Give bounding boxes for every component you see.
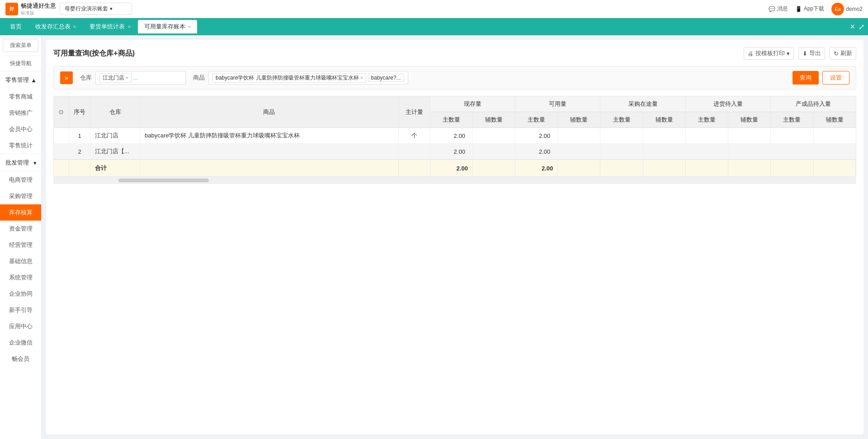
print-button[interactable]: 🖨 按模板打印 ▾ (744, 47, 794, 60)
product-filter: 商品 babycare学饮杯 儿童防摔防撞吸管杯重力球吸嘴杯宝宝水杯 × bab… (193, 71, 408, 85)
filter-expand-button[interactable]: » (60, 71, 73, 84)
th-current-sub: 辅数量 (472, 112, 515, 128)
cell-current-sub-2 (472, 144, 515, 160)
sidebar-item-basic[interactable]: 基础信息 (0, 253, 41, 269)
cell-gear-1 (54, 128, 69, 144)
sidebar-item-retail-stats[interactable]: 零售统计 (0, 137, 41, 154)
page-title: 可用量查询(按仓库+商品) (53, 49, 135, 58)
table-row: 1 江北门店 babycare学饮杯 儿童防摔防撞吸管杯重力球吸嘴杯宝宝水杯 个… (54, 128, 856, 144)
filter-area: » 仓库 江北门店 × ... 商品 babycare (53, 66, 856, 90)
tab-available[interactable]: 可用量库存账本 × (138, 20, 197, 33)
warehouse-tag-close-0[interactable]: × (126, 76, 128, 80)
tab-close-order[interactable]: × (127, 24, 130, 29)
chevron-up-icon: ▲ (31, 77, 37, 84)
sidebar-item-member[interactable]: 畅会员 (0, 351, 41, 367)
sidebar-item-operations[interactable]: 经营管理 (0, 237, 41, 253)
footer-current-main: 2.00 (430, 160, 472, 176)
cell-pt-main-2 (600, 144, 643, 160)
footer-available-sub (558, 160, 600, 176)
sidebar-section-retail: 零售管理 ▲ 零售商城 营销推广 会员中心 零售统计 (0, 71, 41, 154)
th-pt-main: 主数量 (600, 112, 643, 128)
top-bar-right: 💬 消息 📱 App下载 Ea demo2 (769, 3, 863, 15)
page-header: 可用量查询(按仓库+商品) 🖨 按模板打印 ▾ ⬇ 导出 ↻ 刷新 (53, 47, 856, 60)
sidebar-item-retail-mall[interactable]: 零售商城 (0, 89, 41, 105)
app-download-button[interactable]: 📱 App下载 (795, 5, 824, 13)
th-prod-main: 主数量 (771, 112, 813, 128)
tab-receive[interactable]: 收发存汇总表 × (29, 20, 82, 33)
cell-available-main-1: 2.00 (515, 128, 558, 144)
footer-gear (54, 160, 69, 176)
page-container: 可用量查询(按仓库+商品) 🖨 按模板打印 ▾ ⬇ 导出 ↻ 刷新 (46, 40, 863, 434)
sidebar-item-marketing[interactable]: 营销推广 (0, 105, 41, 121)
horizontal-scrollbar[interactable] (53, 177, 856, 184)
footer-pt-main (600, 160, 643, 176)
cell-warehouse-1: 江北门店 (90, 128, 140, 144)
sidebar-section-retail-header[interactable]: 零售管理 ▲ (0, 71, 41, 89)
sidebar-item-wechat[interactable]: 企业微信 (0, 335, 41, 351)
top-bar-left: 好 畅捷通好生意 标准版 母婴行业演示账套 ▾ (5, 2, 132, 16)
store-selector[interactable]: 母婴行业演示账套 ▾ (60, 3, 132, 15)
sidebar-item-newbie[interactable]: 新手引导 (0, 302, 41, 318)
quick-nav-button[interactable]: 快捷导航 (0, 56, 41, 71)
table-footer-row: 合计 2.00 2.00 (54, 160, 856, 176)
sidebar-item-system[interactable]: 系统管理 (0, 269, 41, 286)
product-tag-input[interactable]: babycare学饮杯 儿童防摔防撞吸管杯重力球吸嘴杯宝宝水杯 × babyca… (208, 71, 408, 85)
close-all-tabs-button[interactable]: × (850, 22, 855, 32)
footer-product (140, 160, 399, 176)
th-pt-sub: 辅数量 (643, 112, 685, 128)
search-menu-button[interactable]: 搜索菜单 (3, 39, 38, 52)
warehouse-tag-input[interactable]: 江北门店 × ... (95, 71, 186, 85)
warehouse-more-btn[interactable]: ... (133, 75, 138, 81)
footer-no (69, 160, 90, 176)
footer-unit (398, 160, 430, 176)
tab-close-receive[interactable]: × (73, 24, 76, 29)
export-icon: ⬇ (802, 50, 807, 57)
cell-pp-main-2 (685, 144, 728, 160)
setting-button[interactable]: 设置 (822, 71, 849, 85)
cell-product-2 (140, 144, 399, 160)
sidebar-item-inventory[interactable]: 库存核算 (0, 204, 41, 221)
sidebar-item-app-center[interactable]: 应用中心 (0, 318, 41, 335)
th-available-sub: 辅数量 (558, 112, 600, 128)
chevron-down-icon: ▾ (110, 6, 113, 12)
query-button[interactable]: 查询 (793, 71, 819, 85)
th-purchase-pending: 进货待入量 (685, 96, 770, 112)
user-menu[interactable]: Ea demo2 (831, 3, 863, 15)
th-product: 商品 (140, 96, 399, 128)
sidebar-section-wholesale-header[interactable]: 批发管理 ▾ (0, 154, 41, 171)
sidebar-item-members[interactable]: 会员中心 (0, 121, 41, 137)
th-available: 可用量 (515, 96, 600, 112)
cell-pp-main-1 (685, 128, 728, 144)
sidebar-section-wholesale: 批发管理 ▾ (0, 154, 41, 172)
message-button[interactable]: 💬 消息 (769, 5, 788, 13)
sidebar-item-purchase[interactable]: 采购管理 (0, 188, 41, 204)
scroll-thumb[interactable] (118, 179, 209, 182)
tab-close-available[interactable]: × (188, 24, 191, 29)
logo-area: 好 畅捷通好生意 标准版 (5, 2, 56, 16)
sidebar-item-ecommerce[interactable]: 电商管理 (0, 172, 41, 188)
product-label: 商品 (193, 74, 205, 82)
store-name: 母婴行业演示账套 (65, 5, 108, 13)
chevron-down-icon-print: ▾ (787, 50, 790, 57)
sidebar-item-finance[interactable]: 资金管理 (0, 221, 41, 237)
th-pp-sub: 辅数量 (728, 112, 771, 128)
page-actions: 🖨 按模板打印 ▾ ⬇ 导出 ↻ 刷新 (744, 47, 856, 60)
refresh-button[interactable]: ↻ 刷新 (830, 47, 856, 60)
cell-pt-sub-2 (643, 144, 685, 160)
th-current-main: 主数量 (430, 112, 472, 128)
th-no: 序号 (69, 96, 90, 128)
product-tag-close-0[interactable]: × (360, 76, 363, 80)
product-tag-1: babycare?... (368, 74, 404, 82)
cell-prod-main-1 (771, 128, 813, 144)
tab-order[interactable]: 要货单统计表 × (83, 20, 137, 33)
cell-pt-main-1 (600, 128, 643, 144)
tab-home[interactable]: 首页 (4, 20, 28, 33)
filter-actions: 查询 设置 (793, 71, 849, 85)
export-button[interactable]: ⬇ 导出 (798, 47, 825, 60)
sidebar-item-enterprise[interactable]: 企业协同 (0, 286, 41, 302)
cell-unit-1: 个 (398, 128, 430, 144)
cell-warehouse-2: 江北门店【... (90, 144, 140, 160)
printer-icon: 🖨 (748, 50, 754, 57)
expand-tabs-button[interactable]: ⤢ (859, 23, 864, 31)
table-row: 2 江北门店【... 2.00 2.00 (54, 144, 856, 160)
